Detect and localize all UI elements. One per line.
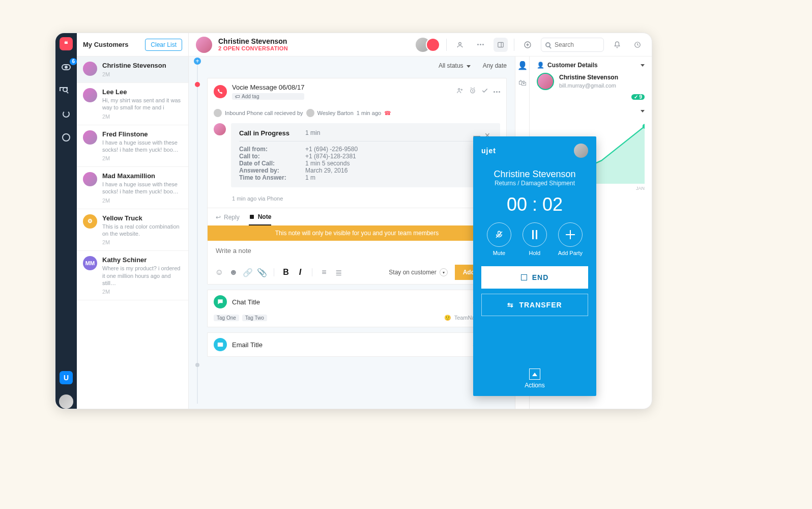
tab-note[interactable]: Note <box>249 213 272 225</box>
stop-icon <box>521 274 527 280</box>
list-ol-icon[interactable]: ≡ <box>321 269 328 276</box>
customer-item[interactable]: ⚙Yellow TruckThis is a real color combin… <box>77 209 188 251</box>
transfer-button[interactable]: ⇆ TRANSFER <box>481 294 588 316</box>
list-ul-icon[interactable]: ≣ <box>335 269 342 276</box>
customer-item-avatar <box>83 88 97 102</box>
more-icon[interactable] <box>473 38 487 52</box>
timeline-marker-active <box>195 82 200 87</box>
svg-point-6 <box>458 89 460 91</box>
italic-icon[interactable]: I <box>297 269 304 276</box>
link-icon[interactable]: 🔗 <box>244 269 251 276</box>
snooze-icon[interactable] <box>469 87 476 96</box>
stay-dropdown-icon[interactable]: ▾ <box>440 268 448 276</box>
chart-collapse-icon[interactable] <box>641 110 645 112</box>
current-user-avatar[interactable] <box>59 394 73 409</box>
chat-tag[interactable]: Tag Two <box>242 315 267 321</box>
customer-item-time: 2M <box>102 289 182 295</box>
card-meta: 1 min ago via Phone <box>208 193 506 208</box>
svg-point-0 <box>459 42 461 45</box>
customer-item[interactable]: Lee LeeHi, my shirt was sent and it was … <box>77 83 188 125</box>
mention-icon[interactable]: ☻ <box>230 269 237 276</box>
add-timeline-icon[interactable]: + <box>194 58 201 65</box>
customer-item-time: 2M <box>102 114 182 120</box>
transfer-icon: ⇆ <box>507 301 514 309</box>
customer-item[interactable]: Fred FlinstoneI have a huge issue with t… <box>77 125 188 167</box>
left-rail: ❝ 6 U <box>55 33 77 409</box>
svg-rect-10 <box>250 215 254 219</box>
card-more-icon[interactable] <box>494 91 500 93</box>
customer-item[interactable]: MMKathy SchinerWhere is my product? i or… <box>77 251 188 300</box>
details-email: bill.murray@gmail.com <box>559 82 618 89</box>
team-face-icon: 🙂 <box>444 315 451 321</box>
voice-card: Vocie Message 06/08/17 🏷 Add tag Inbound… <box>207 78 507 285</box>
details-collapse-icon[interactable] <box>641 64 645 67</box>
channel-user-icon[interactable]: 👤 <box>517 61 528 70</box>
add-party-button[interactable]: Add Party <box>558 222 583 256</box>
phone-icon <box>214 85 227 98</box>
watch-icon[interactable]: 6 <box>60 61 73 74</box>
inbound-agent-avatar <box>306 109 314 117</box>
chat-icon <box>214 295 227 308</box>
chat-tag[interactable]: Tag One <box>214 315 239 321</box>
customer-item-name: Christine Stevenson <box>102 62 166 69</box>
stay-label: Stay on customer <box>389 269 436 276</box>
month-label: JAN <box>636 186 645 191</box>
call-detail-key: Call from: <box>239 146 305 153</box>
call-detail-value: March 29, 2016 <box>305 167 347 174</box>
email-card[interactable]: Email Title 3 days ago <box>207 332 507 357</box>
details-pill: ✓ 9 <box>631 94 645 100</box>
call-detail-value: 1 m <box>305 174 315 181</box>
filter-search-icon[interactable] <box>60 84 73 97</box>
customer-name: Christine Stevenson <box>218 38 288 45</box>
note-input[interactable] <box>208 241 506 261</box>
conversation-feed: + All status Any date Vocie Message 06/0… <box>189 56 515 409</box>
end-call-button[interactable]: END <box>481 266 588 289</box>
clear-list-button[interactable]: Clear List <box>145 39 182 51</box>
customer-item[interactable]: Christine Stevenson2M <box>77 56 188 83</box>
ujet-agent-avatar <box>574 144 588 158</box>
customer-item-avatar: MM <box>83 256 97 270</box>
customer-item-time: 2M <box>102 155 182 161</box>
customer-item-time: 2M <box>102 239 182 245</box>
new-icon[interactable] <box>520 38 535 52</box>
mute-button[interactable]: Mute <box>487 222 511 256</box>
add-tag-button[interactable]: 🏷 Add tag <box>232 93 304 100</box>
call-detail-key: Call to: <box>239 153 305 160</box>
channel-shop-icon[interactable]: 🛍 <box>518 78 527 88</box>
search-field[interactable] <box>554 41 599 49</box>
history-icon[interactable] <box>630 38 645 52</box>
tab-reply[interactable]: ↩ Reply <box>216 213 240 225</box>
call-detail-row: Answered by:March 29, 2016 <box>239 167 492 174</box>
search-input[interactable] <box>541 38 604 52</box>
status-filter[interactable]: All status <box>439 62 471 69</box>
editor-toolbar: ☺ ☻ 🔗 📎 B I ≡ ≣ Stay on customer <box>208 261 506 284</box>
inbound-label: Inbound Phone call recieved by <box>225 110 303 116</box>
customer-item-avatar <box>83 62 97 76</box>
sync-icon[interactable] <box>60 107 73 121</box>
hold-button[interactable]: Hold <box>523 222 547 256</box>
chat-card[interactable]: Chat Title 3 days ago Tag OneTag Two 🙂 T… <box>207 290 507 327</box>
missed-call-icon: ☎ <box>384 110 391 117</box>
customer-item[interactable]: Mad MaxamillionI have a huge issue with … <box>77 167 188 209</box>
attach-icon[interactable]: 📎 <box>258 269 266 276</box>
integration-icon[interactable]: U <box>60 371 73 384</box>
customer-item-name: Mad Maxamillion <box>102 172 182 180</box>
call-detail-row: Time to Answer:1 m <box>239 174 492 181</box>
done-icon[interactable] <box>481 87 488 96</box>
chat-title: Chat Title <box>232 298 260 306</box>
bell-icon[interactable] <box>610 38 624 52</box>
customer-item-snippet: Where is my product? i ordered it one mi… <box>102 265 182 287</box>
svg-rect-1 <box>498 42 504 47</box>
details-avatar <box>537 73 554 90</box>
emoji-icon[interactable]: ☺ <box>216 269 223 276</box>
bold-icon[interactable]: B <box>282 269 289 276</box>
settings-icon[interactable] <box>60 131 73 144</box>
call-detail-row: Call to:+1 (874)-128-2381 <box>239 153 492 160</box>
details-name: Christine Stevenson <box>559 74 618 82</box>
panel-toggle-icon[interactable] <box>494 38 508 52</box>
actions-toggle-icon[interactable] <box>529 369 540 380</box>
assign-icon[interactable] <box>456 87 464 96</box>
date-filter[interactable]: Any date <box>483 62 507 69</box>
user-icon[interactable] <box>453 38 467 52</box>
timeline-marker <box>195 363 199 367</box>
